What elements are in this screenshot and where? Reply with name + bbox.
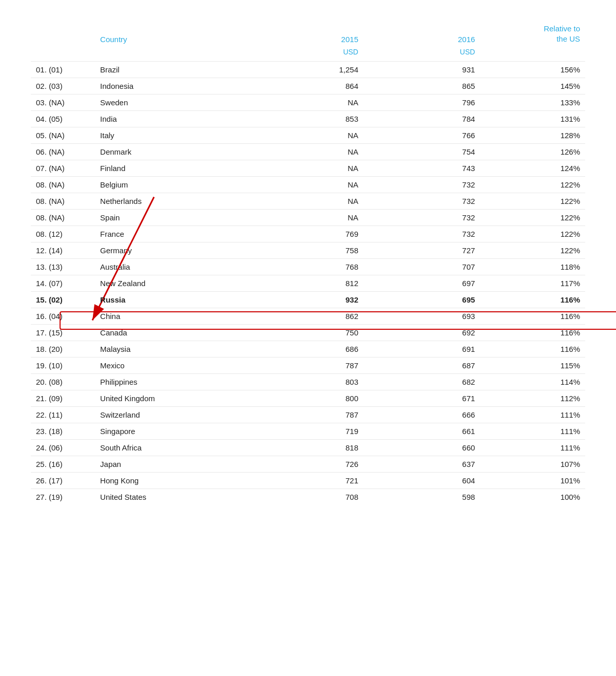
cell-2015: 726 bbox=[247, 456, 363, 473]
cell-rank: 12. (14) bbox=[31, 242, 95, 259]
cell-country: Belgium bbox=[95, 177, 247, 193]
cell-relative: 111% bbox=[480, 440, 585, 456]
subheader-2015: USD bbox=[247, 47, 363, 62]
cell-country: Finland bbox=[95, 160, 247, 177]
cell-rank: 27. (19) bbox=[31, 489, 95, 505]
cell-relative: 122% bbox=[480, 177, 585, 193]
cell-2015: 812 bbox=[247, 275, 363, 292]
cell-2016: 766 bbox=[363, 127, 480, 144]
cell-country: Canada bbox=[95, 325, 247, 341]
subheader-country bbox=[95, 47, 247, 62]
cell-country: China bbox=[95, 308, 247, 325]
table-row: 20. (08)Philippines803682114% bbox=[31, 374, 585, 390]
cell-rank: 04. (05) bbox=[31, 111, 95, 127]
cell-2016: 743 bbox=[363, 160, 480, 177]
col-relative-header: Relative to the US bbox=[480, 21, 585, 47]
cell-relative: 124% bbox=[480, 160, 585, 177]
cell-country: Philippines bbox=[95, 374, 247, 390]
cell-2015: NA bbox=[247, 127, 363, 144]
cell-rank: 03. (NA) bbox=[31, 95, 95, 111]
cell-2015: 853 bbox=[247, 111, 363, 127]
cell-country: Germany bbox=[95, 242, 247, 259]
cell-2016: 660 bbox=[363, 440, 480, 456]
table-row: 08. (NA)BelgiumNA732122% bbox=[31, 177, 585, 193]
cell-relative: 116% bbox=[480, 325, 585, 341]
cell-2016: 691 bbox=[363, 341, 480, 358]
cell-rank: 15. (02) bbox=[31, 292, 95, 308]
table-row: 14. (07)New Zealand812697117% bbox=[31, 275, 585, 292]
cell-2016: 707 bbox=[363, 259, 480, 275]
cell-relative: 111% bbox=[480, 407, 585, 423]
cell-country: France bbox=[95, 226, 247, 242]
cell-rank: 17. (15) bbox=[31, 325, 95, 341]
cell-2016: 661 bbox=[363, 423, 480, 440]
header-row: Country 2015 2016 Relative to the US bbox=[31, 21, 585, 47]
cell-rank: 02. (03) bbox=[31, 78, 95, 95]
cell-relative: 115% bbox=[480, 358, 585, 374]
cell-rank: 13. (13) bbox=[31, 259, 95, 275]
cell-2016: 865 bbox=[363, 78, 480, 95]
cell-2015: 708 bbox=[247, 489, 363, 505]
cell-2015: NA bbox=[247, 177, 363, 193]
cell-relative: 145% bbox=[480, 78, 585, 95]
cell-country: Malaysia bbox=[95, 341, 247, 358]
table-row: 24. (06)South Africa818660111% bbox=[31, 440, 585, 456]
cell-country: South Africa bbox=[95, 440, 247, 456]
cell-relative: 118% bbox=[480, 259, 585, 275]
cell-rank: 07. (NA) bbox=[31, 160, 95, 177]
cell-2015: 750 bbox=[247, 325, 363, 341]
cell-2015: 758 bbox=[247, 242, 363, 259]
table-row: 13. (13)Australia768707118% bbox=[31, 259, 585, 275]
table-row: 06. (NA)DenmarkNA754126% bbox=[31, 144, 585, 160]
cell-2016: 666 bbox=[363, 407, 480, 423]
cell-country: Denmark bbox=[95, 144, 247, 160]
cell-rank: 05. (NA) bbox=[31, 127, 95, 144]
cell-2015: 864 bbox=[247, 78, 363, 95]
cell-country: Indonesia bbox=[95, 78, 247, 95]
subheader-relative bbox=[480, 47, 585, 62]
subheader-rank bbox=[31, 47, 95, 62]
table-row: 08. (NA)NetherlandsNA732122% bbox=[31, 193, 585, 210]
cell-2015: 818 bbox=[247, 440, 363, 456]
table-row: 03. (NA)SwedenNA796133% bbox=[31, 95, 585, 111]
cell-relative: 156% bbox=[480, 62, 585, 78]
cell-2015: 932 bbox=[247, 292, 363, 308]
cell-2015: NA bbox=[247, 95, 363, 111]
cell-country: Netherlands bbox=[95, 193, 247, 210]
cell-2016: 695 bbox=[363, 292, 480, 308]
cell-country: Brazil bbox=[95, 62, 247, 78]
cell-rank: 25. (16) bbox=[31, 456, 95, 473]
cell-2016: 732 bbox=[363, 210, 480, 226]
cell-country: United Kingdom bbox=[95, 390, 247, 407]
col-rank-header bbox=[31, 21, 95, 47]
cell-country: India bbox=[95, 111, 247, 127]
cell-rank: 19. (10) bbox=[31, 358, 95, 374]
cell-relative: 117% bbox=[480, 275, 585, 292]
cell-country: Hong Kong bbox=[95, 473, 247, 489]
cell-country: United States bbox=[95, 489, 247, 505]
cell-relative: 126% bbox=[480, 144, 585, 160]
cell-2016: 682 bbox=[363, 374, 480, 390]
cell-country: New Zealand bbox=[95, 275, 247, 292]
cell-2016: 732 bbox=[363, 193, 480, 210]
cell-rank: 08. (NA) bbox=[31, 210, 95, 226]
cell-2016: 784 bbox=[363, 111, 480, 127]
table-row: 23. (18)Singapore719661111% bbox=[31, 423, 585, 440]
data-table: Country 2015 2016 Relative to the US USD… bbox=[31, 21, 585, 505]
cell-2016: 727 bbox=[363, 242, 480, 259]
cell-2015: 800 bbox=[247, 390, 363, 407]
cell-2015: 787 bbox=[247, 407, 363, 423]
table-row: 04. (05)India853784131% bbox=[31, 111, 585, 127]
cell-country: Japan bbox=[95, 456, 247, 473]
table-row: 16. (04)China862693116% bbox=[31, 308, 585, 325]
cell-2015: 1,254 bbox=[247, 62, 363, 78]
cell-relative: 111% bbox=[480, 423, 585, 440]
cell-relative: 122% bbox=[480, 226, 585, 242]
col-2016-header: 2016 bbox=[363, 21, 480, 47]
cell-rank: 08. (NA) bbox=[31, 177, 95, 193]
cell-2015: 787 bbox=[247, 358, 363, 374]
table-row: 18. (20)Malaysia686691116% bbox=[31, 341, 585, 358]
cell-2016: 732 bbox=[363, 177, 480, 193]
cell-2015: 721 bbox=[247, 473, 363, 489]
cell-relative: 112% bbox=[480, 390, 585, 407]
